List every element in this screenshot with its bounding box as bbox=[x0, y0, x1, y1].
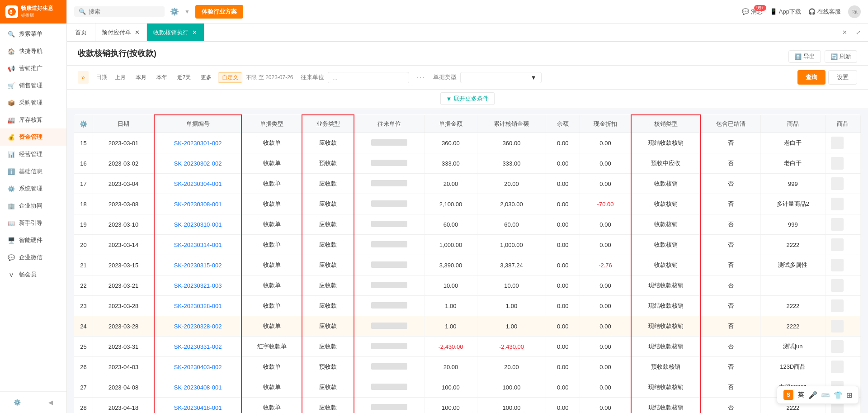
td-partner bbox=[354, 296, 424, 316]
partner-filter-input[interactable]: ... bbox=[328, 72, 409, 83]
doc-no-link[interactable]: SK-20230308-001 bbox=[174, 201, 222, 208]
user-avatar[interactable]: Rit bbox=[848, 5, 861, 18]
sidebar-item-wechat[interactable]: 💬 企业微信 bbox=[0, 249, 66, 266]
sidebar-item-finance[interactable]: 💰 资金管理 bbox=[0, 128, 66, 146]
topbar-dropdown-arrow[interactable]: ▼ bbox=[184, 9, 190, 15]
ime-mic-icon[interactable]: 🎤 bbox=[808, 391, 817, 399]
filter-toggle-btn[interactable]: » bbox=[78, 71, 89, 84]
sidebar-item-member[interactable]: V 畅会员 bbox=[0, 266, 66, 283]
topbar: 🔍 ⚙️ ▼ 体验行业方案 💬 消息 99+ 📱 App下载 🎧 在线客服 Ri… bbox=[67, 0, 868, 24]
tab-prepay-close[interactable]: ✕ bbox=[134, 29, 140, 36]
doc-no-link[interactable]: SK-20230314-001 bbox=[174, 242, 222, 248]
sidebar-item-basic[interactable]: ℹ️ 基础信息 bbox=[0, 163, 66, 180]
doc-no-link[interactable]: SK-20230331-002 bbox=[174, 343, 222, 350]
sidebar-item-marketing[interactable]: 📢 营销推广 bbox=[0, 60, 66, 77]
doc-no-link[interactable]: SK-20230304-001 bbox=[174, 180, 222, 187]
sidebar-settings-btn[interactable]: ⚙️ bbox=[11, 396, 24, 408]
svg-text:6: 6 bbox=[9, 9, 13, 15]
doc-no-link[interactable]: SK-20230302-002 bbox=[174, 160, 222, 167]
td-partner bbox=[354, 214, 424, 235]
td-cash-discount: -2.76 bbox=[580, 255, 631, 275]
date-btn-last-month[interactable]: 上月 bbox=[111, 72, 129, 83]
app-download-button[interactable]: 📱 App下载 bbox=[770, 8, 801, 16]
message-button[interactable]: 💬 消息 99+ bbox=[742, 8, 763, 16]
doc-no-link[interactable]: SK-20230418-001 bbox=[174, 404, 222, 411]
date-btn-7days[interactable]: 近7天 bbox=[174, 72, 195, 83]
td-no: 17 bbox=[74, 174, 93, 194]
sidebar-item-corp[interactable]: 🏢 企业协同 bbox=[0, 197, 66, 214]
ime-lang-btn[interactable]: 英 bbox=[798, 391, 804, 399]
td-biz-type: 应收款 bbox=[302, 377, 354, 398]
date-custom-badge[interactable]: 自定义 bbox=[218, 72, 242, 83]
doc-no-link[interactable]: SK-20230403-002 bbox=[174, 364, 222, 370]
td-goods bbox=[760, 275, 825, 296]
doc-no-link[interactable]: SK-20230310-001 bbox=[174, 221, 222, 228]
td-partner bbox=[354, 255, 424, 275]
sidebar-item-purchase[interactable]: 📦 采购管理 bbox=[0, 94, 66, 111]
column-settings-icon[interactable]: ⚙️ bbox=[80, 120, 87, 128]
ime-grid-icon[interactable]: ⊞ bbox=[846, 391, 852, 399]
table-area[interactable]: ⚙️ 日期 单据编号 单据类型 bbox=[67, 109, 868, 413]
td-include-cleared: 否 bbox=[700, 174, 760, 194]
td-verified: 60.00 bbox=[477, 214, 546, 235]
td-goods-img bbox=[825, 133, 860, 153]
td-doc-no: SK-20230315-002 bbox=[154, 255, 242, 275]
td-goods: 999 bbox=[760, 214, 825, 235]
export-button[interactable]: ⬆️ 导出 bbox=[788, 50, 821, 63]
tab-receipt[interactable]: 收款核销执行 ✕ bbox=[147, 24, 204, 41]
sidebar-item-sales[interactable]: 🛒 销售管理 bbox=[0, 77, 66, 94]
td-amount: 2,100.00 bbox=[424, 194, 477, 214]
td-date: 2023-03-14 bbox=[93, 235, 154, 255]
date-btn-this-month[interactable]: 本月 bbox=[132, 72, 150, 83]
doc-no-link[interactable]: SK-20230315-002 bbox=[174, 262, 222, 269]
tab-receipt-close[interactable]: ✕ bbox=[191, 29, 198, 36]
tab-expand-btn[interactable]: ⤢ bbox=[852, 26, 864, 39]
query-button[interactable]: 查询 bbox=[797, 70, 826, 85]
tab-prepay[interactable]: 预付应付单 ✕ bbox=[95, 24, 147, 41]
ime-shirt-icon[interactable]: 👕 bbox=[834, 391, 843, 399]
sidebar-item-hardware[interactable]: 🖥️ 智能硬件 bbox=[0, 232, 66, 249]
doc-no-link[interactable]: SK-20230328-002 bbox=[174, 323, 222, 330]
search-input[interactable] bbox=[89, 8, 143, 15]
expand-more-btn[interactable]: ▼ 展开更多条件 bbox=[440, 92, 495, 105]
tab-home[interactable]: 首页 bbox=[67, 24, 95, 41]
td-include-cleared: 否 bbox=[700, 235, 760, 255]
type-filter-select[interactable]: ▼ bbox=[460, 72, 542, 83]
td-include-cleared: 否 bbox=[700, 133, 760, 153]
th-settings: ⚙️ bbox=[74, 115, 93, 133]
filter-settings-button[interactable]: 设置 bbox=[828, 70, 857, 85]
sidebar-item-guide[interactable]: 📖 新手引导 bbox=[0, 214, 66, 232]
filter-ellipsis: ··· bbox=[416, 73, 426, 82]
sidebar-item-search[interactable]: 🔍 搜索菜单 bbox=[0, 25, 66, 43]
sidebar-collapse-btn[interactable]: ◀ bbox=[46, 396, 56, 408]
sidebar-item-operation[interactable]: 📊 经营管理 bbox=[0, 146, 66, 163]
search-box[interactable]: 🔍 bbox=[74, 6, 165, 17]
sidebar-item-inventory[interactable]: 🏭 库存核算 bbox=[0, 111, 66, 128]
td-include-cleared: 否 bbox=[700, 214, 760, 235]
ime-keyboard-icon[interactable]: ⌨️ bbox=[821, 391, 830, 399]
tab-close-all-btn[interactable]: ✕ bbox=[838, 26, 851, 39]
td-partner bbox=[354, 398, 424, 413]
goods-thumb bbox=[831, 218, 844, 231]
doc-no-link[interactable]: SK-20230328-001 bbox=[174, 303, 222, 309]
ime-logo: S bbox=[783, 390, 793, 400]
type-filter-group: 单据类型 ▼ bbox=[433, 72, 542, 83]
td-verified: 1,000.00 bbox=[477, 235, 546, 255]
online-service-button[interactable]: 🎧 在线客服 bbox=[808, 8, 841, 16]
td-goods: 123D商品 bbox=[760, 357, 825, 377]
topbar-gear-icon[interactable]: ⚙️ bbox=[170, 7, 179, 16]
date-btn-this-year[interactable]: 本年 bbox=[153, 72, 171, 83]
doc-no-link[interactable]: SK-20230408-001 bbox=[174, 384, 222, 391]
sidebar-item-quicknav[interactable]: 🏠 快捷导航 bbox=[0, 43, 66, 60]
solution-button[interactable]: 体验行业方案 bbox=[195, 5, 243, 19]
td-verified: 333.00 bbox=[477, 153, 546, 174]
td-doc-no: SK-20230308-001 bbox=[154, 194, 242, 214]
table-row: 242023-03-28SK-20230328-002收款单应收款1.001.0… bbox=[74, 316, 861, 337]
doc-no-link[interactable]: SK-20230321-003 bbox=[174, 282, 222, 289]
sidebar-item-system[interactable]: ⚙️ 系统管理 bbox=[0, 180, 66, 197]
doc-no-link[interactable]: SK-20230301-002 bbox=[174, 140, 222, 147]
refresh-button[interactable]: 🔄 刷新 bbox=[825, 50, 857, 63]
td-balance: 0.00 bbox=[546, 337, 580, 357]
td-doc-type: 红字收款单 bbox=[241, 337, 302, 357]
date-btn-more[interactable]: 更多 bbox=[197, 72, 215, 83]
